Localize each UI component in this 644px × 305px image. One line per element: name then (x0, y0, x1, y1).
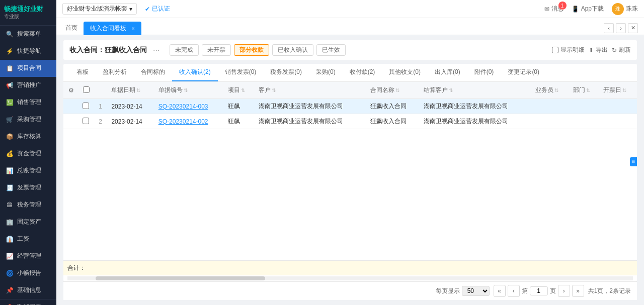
sort-salesperson[interactable]: 业务员⇅ (535, 86, 558, 94)
sort-invoice-date[interactable]: 开票日⇅ (603, 86, 626, 94)
sidebar-item-marketing[interactable]: 📢 营销推广 (0, 77, 56, 94)
refresh-btn[interactable]: ↻ 刷新 (612, 46, 631, 54)
order-link-0[interactable]: SQ-20230214-003 (158, 103, 208, 110)
horizontal-scrollbar[interactable] (67, 276, 633, 280)
col-date[interactable]: 单据日期⇅ (107, 82, 154, 99)
sub-tab-采购0[interactable]: 采购(0) (309, 64, 343, 81)
last-page-btn[interactable]: » (572, 285, 584, 297)
page-size-selector[interactable]: 每页显示 50 100 200 (436, 286, 490, 296)
col-checkbox[interactable] (78, 82, 94, 99)
sidebar-item-capital[interactable]: 💰 资金管理 (0, 145, 56, 162)
messages-action[interactable]: ✉ 1 消息 (544, 5, 564, 13)
show-detail-checkbox[interactable]: 显示明细 (552, 46, 585, 54)
sort-icon-customer: ⇅ (272, 87, 276, 93)
table-row[interactable]: 2 2023-02-14 SQ-20230214-002 狂飙 湖南卫视商业运营… (63, 114, 637, 129)
sort-project[interactable]: 项目⇅ (228, 86, 245, 94)
sidebar-item-basic-info[interactable]: 📌 基础信息 (0, 282, 56, 299)
sub-tab-销售发票0[interactable]: 销售发票(0) (218, 64, 264, 81)
col-settings[interactable]: ⚙ (63, 82, 78, 99)
sidebar-item-inventory[interactable]: 📦 库存核算 (0, 128, 56, 145)
sub-tab-变更记录0[interactable]: 变更记录(0) (501, 64, 546, 81)
sub-tab-税务发票0[interactable]: 税务发票(0) (263, 64, 309, 81)
col-order-no[interactable]: 单据编号⇅ (154, 82, 224, 99)
row-checkbox-0[interactable] (83, 103, 89, 109)
sub-tab-其他收支0[interactable]: 其他收支(0) (382, 64, 428, 81)
per-page-select[interactable]: 50 100 200 (462, 286, 490, 296)
sidebar-item-purchase[interactable]: 🛒 采购管理 (0, 111, 56, 128)
company-selector[interactable]: 好业财专业版演示帐套 ▾ (62, 3, 137, 15)
sort-icon-dept: ⇅ (586, 87, 590, 93)
app-download-action[interactable]: 📱 App下载 (572, 5, 604, 13)
sort-settled-customer[interactable]: 结算客户⇅ (424, 86, 453, 94)
sort-icon-settled: ⇅ (449, 87, 453, 93)
user-avatar[interactable]: 珠 珠珠 (612, 3, 638, 15)
status-uninvoiced-btn[interactable]: 未开票 (202, 44, 231, 56)
row-checkbox-1[interactable] (83, 118, 89, 124)
table-wrap[interactable]: ⚙ 单据日期⇅ 单据编号⇅ 项目⇅ 客户⇅ 合同名称⇅ 结算客户⇅ 业务员⇅ (63, 82, 637, 260)
sub-tab-收入确认2[interactable]: 收入确认(2) (172, 64, 218, 81)
more-options-btn[interactable]: ··· (151, 46, 162, 55)
tab-prev-arrow[interactable]: ‹ (604, 23, 614, 33)
col-project[interactable]: 项目⇅ (224, 82, 254, 99)
tab-income-contract[interactable]: 收入合同看板 × (84, 22, 141, 35)
export-label: 导出 (596, 46, 608, 54)
sort-date[interactable]: 单据日期⇅ (111, 86, 140, 94)
cell-orderno-1[interactable]: SQ-20230214-002 (154, 114, 224, 129)
sidebar-item-reports[interactable]: 🌀 小畅报告 (0, 265, 56, 282)
show-detail-input[interactable] (552, 47, 558, 53)
col-invoice-date[interactable]: 开票日⇅ (599, 82, 637, 99)
cell-checkbox-0[interactable] (78, 99, 94, 114)
page-input[interactable] (530, 286, 548, 295)
col-department[interactable]: 部门⇅ (569, 82, 599, 99)
next-page-btn[interactable]: › (558, 285, 570, 297)
cell-orderno-0[interactable]: SQ-20230214-003 (154, 99, 224, 114)
first-page-btn[interactable]: « (494, 285, 506, 297)
sort-contract-name[interactable]: 合同名称⇅ (370, 86, 399, 94)
cell-date-0: 2023-02-14 (107, 99, 154, 114)
sub-tab-附件0[interactable]: 附件(0) (467, 64, 501, 81)
sidebar-item-cancel-pin[interactable]: 📍 取消固定 (0, 299, 56, 305)
sidebar-item-quick-nav[interactable]: ⚡ 快捷导航 (0, 43, 56, 60)
sidebar-item-fixed-assets[interactable]: 🏢 固定资产 (0, 214, 56, 231)
col-salesperson[interactable]: 业务员⇅ (531, 82, 569, 99)
right-panel-toggle[interactable]: ≡ (630, 157, 637, 166)
sidebar-item-sales[interactable]: 💹 销售管理 (0, 94, 56, 111)
sub-tab-看板[interactable]: 看板 (69, 64, 96, 81)
col-settled-customer[interactable]: 结算客户⇅ (420, 82, 531, 99)
sub-tab-出入库0[interactable]: 出入库(0) (428, 64, 467, 81)
close-tab-icon[interactable]: × (131, 25, 135, 32)
sort-customer[interactable]: 客户⇅ (259, 86, 276, 94)
sort-department[interactable]: 部门⇅ (573, 86, 590, 94)
select-all-checkbox[interactable] (83, 86, 90, 93)
order-link-1[interactable]: SQ-20230214-002 (158, 118, 208, 125)
sidebar-item-tax[interactable]: 🏛 税务管理 (0, 196, 56, 214)
table-row[interactable]: 1 2023-02-14 SQ-20230214-003 狂飙 湖南卫视商业运营… (63, 99, 637, 114)
col-customer[interactable]: 客户⇅ (255, 82, 366, 99)
sub-tab-收付款2[interactable]: 收付款(2) (343, 64, 382, 81)
col-contract-name[interactable]: 合同名称⇅ (366, 82, 420, 99)
cell-settings-0[interactable] (63, 99, 78, 114)
export-btn[interactable]: ⬆ 导出 (589, 46, 608, 54)
sidebar-item-hr[interactable]: 👔 工资 (0, 231, 56, 248)
tab-home[interactable]: 首页 (62, 22, 80, 34)
tab-next-arrow[interactable]: › (616, 23, 626, 33)
sidebar-item-invoice[interactable]: 🧾 发票管理 (0, 179, 56, 196)
sidebar-item-search[interactable]: 🔍 搜索菜单 (0, 26, 56, 43)
sort-order-no[interactable]: 单据编号⇅ (158, 86, 188, 94)
sidebar-item-project[interactable]: 📋 项目合同 (0, 60, 56, 77)
status-confirmed-btn[interactable]: 已收入确认 (272, 44, 313, 56)
status-partial-btn[interactable]: 部分收款 (234, 44, 269, 56)
prev-page-btn[interactable]: ‹ (508, 285, 520, 297)
status-uncomplete-btn[interactable]: 未完成 (170, 44, 199, 56)
cell-checkbox-1[interactable] (78, 114, 94, 129)
sub-tab-盈利分析[interactable]: 盈利分析 (96, 64, 134, 81)
scrollbar-thumb[interactable] (96, 276, 265, 280)
tab-close-all[interactable]: ✕ (628, 23, 638, 33)
cell-settings-1[interactable] (63, 114, 78, 129)
sidebar-item-ops[interactable]: 📈 经营管理 (0, 248, 56, 265)
sidebar-item-general[interactable]: 📊 总账管理 (0, 162, 56, 179)
phone-icon: 📱 (572, 6, 579, 13)
sidebar-item-label-quick-nav: 快捷导航 (17, 47, 41, 55)
status-effective-btn[interactable]: 已生效 (316, 44, 346, 56)
sub-tab-合同标的[interactable]: 合同标的 (134, 64, 172, 81)
